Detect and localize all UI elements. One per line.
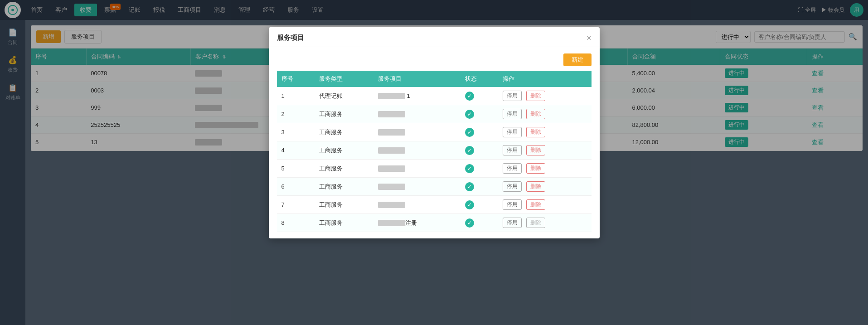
modal-new-button[interactable]: 新建	[563, 53, 592, 66]
delete-button[interactable]: 删除	[526, 199, 545, 210]
modal-cell-status: ✓	[461, 141, 498, 160]
modal-table-row: 4 工商服务 ✓ 停用 删除	[277, 141, 592, 160]
delete-button-disabled[interactable]: 删除	[526, 218, 545, 228]
modal-toolbar: 新建	[277, 53, 592, 66]
service-item-modal: 服务项目 × 新建 序号 服务类型 服务项目 状态 操作	[269, 27, 600, 238]
modal-cell-action: 停用 删除	[498, 178, 592, 196]
modal-cell-status: ✓	[461, 178, 498, 196]
modal-overlay: 服务项目 × 新建 序号 服务类型 服务项目 状态 操作	[0, 0, 868, 325]
stop-button[interactable]: 停用	[503, 145, 522, 155]
modal-cell-status: ✓	[461, 105, 498, 123]
modal-cell-type: 代理记账	[315, 87, 373, 105]
modal-cell-status: ✓	[461, 123, 498, 141]
modal-cell-type: 工商服务	[315, 178, 373, 196]
modal-cell-type: 工商服务	[315, 214, 373, 232]
modal-cell-seq: 8	[277, 214, 315, 232]
modal-cell-action: 停用 删除	[498, 196, 592, 214]
modal-title: 服务项目	[277, 34, 304, 42]
modal-cell-type: 工商服务	[315, 105, 373, 123]
modal-table: 序号 服务类型 服务项目 状态 操作 1 代理记账 1 ✓	[277, 71, 592, 232]
modal-cell-seq: 2	[277, 105, 315, 123]
modal-cell-action: 停用 删除	[498, 160, 592, 178]
delete-button[interactable]: 删除	[526, 109, 545, 119]
modal-cell-type: 工商服务	[315, 123, 373, 141]
status-check-icon: ✓	[465, 164, 474, 173]
modal-col-type: 服务类型	[315, 71, 373, 87]
modal-cell-status: ✓	[461, 214, 498, 232]
modal-table-row: 2 工商服务 ✓ 停用 删除	[277, 105, 592, 123]
stop-button[interactable]: 停用	[503, 109, 522, 119]
modal-cell-item	[373, 196, 461, 214]
status-check-icon: ✓	[465, 146, 474, 155]
stop-button[interactable]: 停用	[503, 127, 522, 137]
modal-cell-status: ✓	[461, 196, 498, 214]
modal-cell-item	[373, 123, 461, 141]
modal-cell-item	[373, 105, 461, 123]
modal-cell-action: 停用 删除	[498, 105, 592, 123]
status-check-icon: ✓	[465, 182, 474, 191]
modal-cell-item	[373, 160, 461, 178]
stop-button[interactable]: 停用	[503, 91, 522, 101]
modal-header: 服务项目 ×	[269, 27, 600, 47]
status-check-icon: ✓	[465, 128, 474, 137]
modal-cell-item: 注册	[373, 214, 461, 232]
status-check-icon: ✓	[465, 218, 474, 228]
status-check-icon: ✓	[465, 110, 474, 119]
delete-button[interactable]: 删除	[526, 145, 545, 155]
modal-col-action: 操作	[498, 71, 592, 87]
modal-close-button[interactable]: ×	[587, 34, 592, 42]
delete-button[interactable]: 删除	[526, 127, 545, 137]
status-check-icon: ✓	[465, 92, 474, 101]
modal-cell-seq: 7	[277, 196, 315, 214]
modal-cell-seq: 1	[277, 87, 315, 105]
modal-cell-item	[373, 178, 461, 196]
delete-button[interactable]: 删除	[526, 91, 545, 101]
modal-table-row: 7 工商服务 ✓ 停用 删除	[277, 196, 592, 214]
modal-cell-seq: 4	[277, 141, 315, 160]
delete-button[interactable]: 删除	[526, 163, 545, 174]
modal-col-seq: 序号	[277, 71, 315, 87]
modal-cell-seq: 3	[277, 123, 315, 141]
modal-cell-action: 停用 删除	[498, 87, 592, 105]
modal-col-item: 服务项目	[373, 71, 461, 87]
modal-cell-item: 1	[373, 87, 461, 105]
modal-cell-seq: 5	[277, 160, 315, 178]
stop-button[interactable]: 停用	[503, 181, 522, 192]
modal-table-row: 1 代理记账 1 ✓ 停用 删除	[277, 87, 592, 105]
delete-button[interactable]: 删除	[526, 181, 545, 192]
status-check-icon: ✓	[465, 200, 474, 209]
modal-body: 新建 序号 服务类型 服务项目 状态 操作 1 代理记账	[269, 47, 600, 238]
modal-table-row: 6 工商服务 ✓ 停用 删除	[277, 178, 592, 196]
modal-cell-type: 工商服务	[315, 160, 373, 178]
modal-cell-action: 停用 删除	[498, 214, 592, 232]
modal-cell-action: 停用 删除	[498, 141, 592, 160]
modal-cell-type: 工商服务	[315, 196, 373, 214]
modal-cell-type: 工商服务	[315, 141, 373, 160]
modal-table-row: 5 工商服务 ✓ 停用 删除	[277, 160, 592, 178]
modal-table-row: 8 工商服务 注册 ✓ 停用 删除	[277, 214, 592, 232]
modal-table-row: 3 工商服务 ✓ 停用 删除	[277, 123, 592, 141]
stop-button[interactable]: 停用	[503, 199, 522, 210]
modal-cell-status: ✓	[461, 160, 498, 178]
modal-cell-status: ✓	[461, 87, 498, 105]
modal-cell-item	[373, 141, 461, 160]
modal-cell-seq: 6	[277, 178, 315, 196]
stop-button[interactable]: 停用	[503, 218, 522, 228]
modal-cell-action: 停用 删除	[498, 123, 592, 141]
stop-button[interactable]: 停用	[503, 163, 522, 174]
modal-col-status: 状态	[461, 71, 498, 87]
